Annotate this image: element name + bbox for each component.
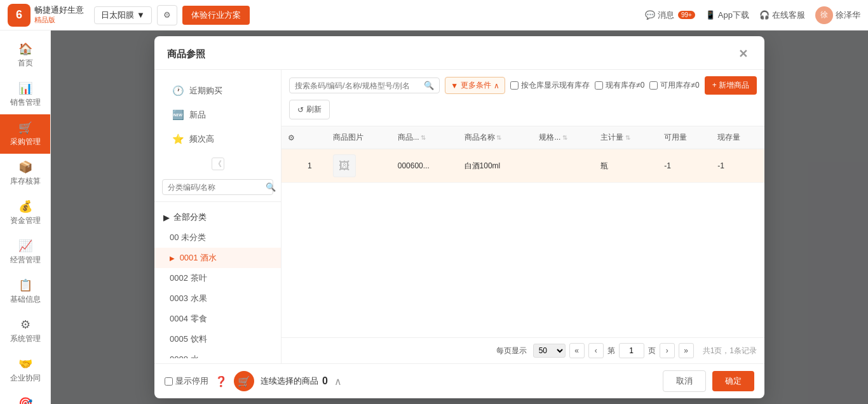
- checkbox-stock-nonzero[interactable]: 现有库存≠0: [595, 80, 644, 91]
- row-stock: -1: [711, 149, 764, 183]
- table-row[interactable]: 1 🖼 000600... 白酒100ml: [281, 149, 764, 183]
- cart-button[interactable]: 🛒: [234, 371, 254, 391]
- frequent-item[interactable]: ⭐ 频次高: [165, 129, 271, 149]
- category-00[interactable]: 00 未分类: [154, 227, 281, 248]
- show-disabled-input[interactable]: [165, 377, 173, 386]
- inventory-icon: 📦: [18, 160, 32, 174]
- row-spec: [532, 149, 594, 183]
- first-page-button[interactable]: «: [569, 343, 585, 358]
- sidebar-item-home[interactable]: 🏠 首页: [0, 36, 50, 75]
- modal-title: 商品参照: [167, 48, 205, 60]
- category-0002[interactable]: 0002 茶叶: [154, 268, 281, 288]
- col-code[interactable]: 商品...: [391, 126, 458, 149]
- sidebar-item-guide[interactable]: 🎯 新手引导: [0, 390, 50, 404]
- footer-collapse-button[interactable]: ∧: [334, 375, 342, 387]
- settings-button[interactable]: ⚙: [157, 5, 177, 25]
- modal-footer: 显示停用 ❓ 🛒 连续选择的商品 0 ∧ 取消 确定: [154, 363, 764, 398]
- product-search-box[interactable]: 🔍: [289, 77, 440, 93]
- experience-button[interactable]: 体验行业方案: [182, 6, 250, 25]
- row-name: 白酒100ml: [458, 149, 533, 183]
- basic-icon: 📋: [18, 278, 32, 292]
- message-icon: 💬: [645, 10, 655, 20]
- user-menu[interactable]: 徐 徐泽华: [815, 6, 860, 24]
- refresh-button[interactable]: ↺ 刷新: [289, 100, 330, 119]
- nav-selector[interactable]: 日太阳膜 ▼: [94, 6, 152, 24]
- cancel-button[interactable]: 取消: [663, 370, 706, 392]
- collapse-button[interactable]: 《: [212, 158, 224, 170]
- sidebar: 🏠 首页 📊 销售管理 🛒 采购管理 📦 库存核算 💰 资金管理 📈 经营管理 …: [0, 30, 51, 404]
- category-0004[interactable]: 0004 零食: [154, 309, 281, 329]
- checkbox-warehouse-input[interactable]: [510, 81, 519, 90]
- logo-area: 6 畅捷通好生意 精品版: [8, 4, 84, 27]
- image-placeholder-icon: 🖼: [339, 159, 350, 173]
- sidebar-item-basic[interactable]: 📋 基础信息: [0, 272, 50, 311]
- search-icon: 🔍: [424, 81, 434, 90]
- row-code: 000600...: [391, 149, 458, 183]
- last-page-button[interactable]: »: [679, 343, 694, 358]
- category-0001[interactable]: 0001 酒水: [154, 248, 281, 268]
- recent-purchase-item[interactable]: 🕐 近期购买: [165, 81, 271, 101]
- recent-icon: 🕐: [172, 85, 184, 97]
- guide-icon: 🎯: [18, 396, 32, 404]
- product-image: 🖼: [333, 154, 356, 177]
- product-table-container: ⚙ 商品图片 商品... 商品名称 规格... 主计量 可用量 现存量: [281, 126, 764, 337]
- enterprise-icon: 🤝: [18, 357, 32, 371]
- nav-right: 💬 消息 99+ 📱 App下载 🎧 在线客服 徐 徐泽华: [645, 6, 860, 24]
- divider: [154, 201, 281, 202]
- col-settings[interactable]: ⚙: [281, 126, 301, 149]
- app-download-button[interactable]: 📱 App下载: [705, 10, 749, 21]
- checkbox-stock-nonzero-input[interactable]: [595, 81, 603, 90]
- category-0005[interactable]: 0005 饮料: [154, 329, 281, 349]
- operation-icon: 📈: [18, 239, 32, 253]
- sidebar-item-finance[interactable]: 💰 资金管理: [0, 193, 50, 232]
- col-spec[interactable]: 规格...: [532, 126, 594, 149]
- expand-icon: ▶: [163, 213, 170, 222]
- next-page-button[interactable]: ›: [660, 343, 675, 358]
- checkbox-warehouse[interactable]: 按仓库显示现有库存: [510, 80, 590, 91]
- modal-close-button[interactable]: ✕: [734, 45, 752, 63]
- sidebar-item-operation[interactable]: 📈 经营管理: [0, 232, 50, 272]
- prev-page-button[interactable]: ‹: [588, 343, 604, 358]
- col-unit[interactable]: 主计量: [594, 126, 658, 149]
- row-img: 🖼: [327, 149, 391, 183]
- headset-icon: 🎧: [759, 10, 770, 20]
- top-nav: 6 畅捷通好生意 精品版 日太阳膜 ▼ ⚙ 体验行业方案 💬 消息 99+ 📱 …: [0, 0, 868, 30]
- pagination: 每页显示 50 100 « ‹ 第 页 › » 共: [281, 337, 764, 363]
- show-disabled-checkbox[interactable]: 显示停用: [165, 375, 208, 387]
- per-page-select[interactable]: 50 100: [533, 344, 566, 358]
- messages-button[interactable]: 💬 消息 99+: [645, 10, 695, 21]
- col-img: 商品图片: [327, 126, 391, 149]
- table-header-row: ⚙ 商品图片 商品... 商品名称 规格... 主计量 可用量 现存量: [281, 126, 764, 149]
- category-all[interactable]: ▶ 全部分类: [154, 207, 281, 227]
- checkbox-available-nonzero-input[interactable]: [649, 81, 658, 90]
- product-search-input[interactable]: [295, 81, 424, 90]
- modal-overlay: 商品参照 ✕ 🕐 近期购买 🆕: [51, 30, 868, 404]
- new-product-item[interactable]: 🆕 新品: [165, 105, 271, 125]
- confirm-button[interactable]: 确定: [712, 371, 754, 391]
- home-icon: 🏠: [18, 42, 32, 56]
- category-0008[interactable]: 0008 水: [154, 349, 281, 358]
- avatar: 徐: [815, 6, 833, 24]
- quick-access: 🕐 近期购买 🆕 新品 ⭐ 频次高: [154, 75, 281, 155]
- cart-icon: 🛒: [238, 375, 250, 387]
- col-name[interactable]: 商品名称: [458, 126, 533, 149]
- sidebar-item-inventory[interactable]: 📦 库存核算: [0, 154, 50, 193]
- sidebar-item-sales[interactable]: 📊 销售管理: [0, 75, 50, 114]
- help-button[interactable]: ❓: [215, 375, 227, 387]
- online-service-button[interactable]: 🎧 在线客服: [759, 10, 805, 21]
- category-list: ▶ 全部分类 00 未分类 0001 酒水 0002 茶叶: [154, 205, 281, 358]
- selection-info: 连续选择的商品 0: [261, 375, 328, 387]
- checkbox-available-nonzero[interactable]: 可用库存≠0: [649, 80, 699, 91]
- sidebar-item-system[interactable]: ⚙ 系统管理: [0, 311, 50, 351]
- page-input[interactable]: [619, 343, 644, 358]
- category-0003[interactable]: 0003 水果: [154, 288, 281, 309]
- sidebar-item-purchase[interactable]: 🛒 采购管理: [0, 114, 50, 154]
- modal-body: 🕐 近期购买 🆕 新品 ⭐ 频次高: [154, 70, 764, 363]
- modal-toolbar: 🔍 ▼ 更多条件 ∧ 按仓库显示现有库存: [281, 70, 764, 126]
- filter-button[interactable]: ▼ 更多条件 ∧: [445, 77, 505, 94]
- add-product-button[interactable]: + 新增商品: [705, 76, 757, 95]
- sidebar-item-enterprise[interactable]: 🤝 企业协同: [0, 351, 50, 390]
- category-search-box[interactable]: 🔍: [162, 179, 273, 195]
- category-search-input[interactable]: [168, 183, 263, 192]
- refresh-icon: ↺: [297, 105, 304, 114]
